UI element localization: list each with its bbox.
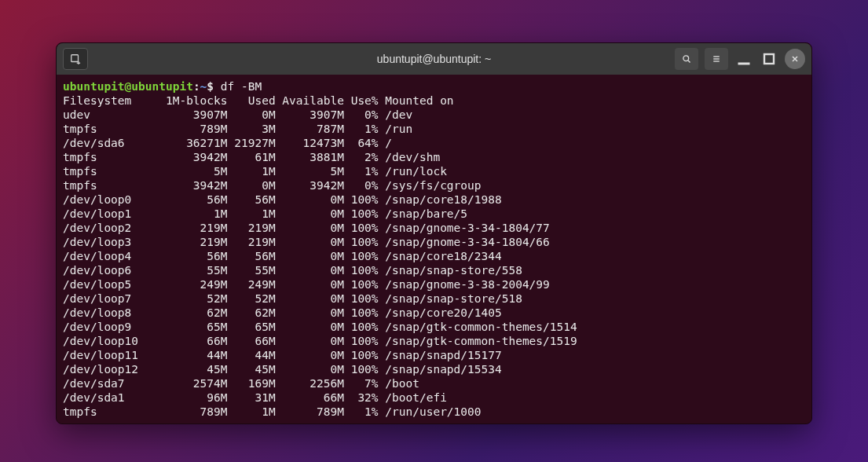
table-row: /dev/loop10 66M 66M 0M 100% /snap/gtk-co… xyxy=(63,334,805,348)
table-row: /dev/sda7 2574M 169M 2256M 7% /boot xyxy=(63,376,805,390)
prompt-symbol: $ xyxy=(207,80,214,93)
table-row: /dev/loop8 62M 62M 0M 100% /snap/core20/… xyxy=(63,306,805,320)
table-row: tmpfs 5M 1M 5M 1% /run/lock xyxy=(63,164,805,178)
table-row: /dev/loop7 52M 52M 0M 100% /snap/snap-st… xyxy=(63,292,805,306)
table-row: /dev/sda6 36271M 21927M 12473M 64% / xyxy=(63,136,805,150)
table-row: tmpfs 789M 1M 789M 1% /run/user/1000 xyxy=(63,405,805,419)
table-row: tmpfs 789M 3M 787M 1% /run xyxy=(63,122,805,136)
table-row: /dev/loop1 1M 1M 0M 100% /snap/bare/5 xyxy=(63,207,805,221)
table-row: /dev/loop6 55M 55M 0M 100% /snap/snap-st… xyxy=(63,263,805,277)
svg-point-3 xyxy=(683,56,689,61)
table-row: /dev/loop5 249M 249M 0M 100% /snap/gnome… xyxy=(63,277,805,292)
titlebar: ubuntupit@ubuntupit: ~ xyxy=(57,43,811,75)
svg-line-4 xyxy=(688,60,690,62)
svg-rect-0 xyxy=(71,55,79,62)
menu-button[interactable] xyxy=(705,48,728,70)
table-row: udev 3907M 0M 3907M 0% /dev xyxy=(63,108,805,122)
table-row: /dev/loop0 56M 56M 0M 100% /snap/core18/… xyxy=(63,192,805,207)
minimize-button[interactable] xyxy=(734,50,753,68)
terminal-output[interactable]: ubuntupit@ubuntupit:~$ df -BMFilesystem … xyxy=(57,75,811,424)
table-row: /dev/loop11 44M 44M 0M 100% /snap/snapd/… xyxy=(63,348,805,362)
window-title: ubuntupit@ubuntupit: ~ xyxy=(377,53,491,65)
table-row: /dev/loop4 56M 56M 0M 100% /snap/core18/… xyxy=(63,249,805,263)
prompt-line: ubuntupit@ubuntupit:~$ df -BM xyxy=(63,79,805,94)
table-row: /dev/loop9 65M 65M 0M 100% /snap/gtk-com… xyxy=(63,320,805,334)
table-row: tmpfs 3942M 0M 3942M 0% /sys/fs/cgroup xyxy=(63,178,805,192)
table-row: /dev/sda1 96M 31M 66M 32% /boot/efi xyxy=(63,390,805,405)
terminal-window: ubuntupit@ubuntupit: ~ ubuntu xyxy=(56,42,812,424)
new-tab-button[interactable] xyxy=(63,48,88,70)
maximize-button[interactable] xyxy=(760,50,778,68)
prompt-separator: : xyxy=(193,80,200,93)
table-row: /dev/loop2 219M 219M 0M 100% /snap/gnome… xyxy=(63,221,805,235)
close-button[interactable] xyxy=(785,49,805,69)
search-button[interactable] xyxy=(675,48,698,70)
table-header-row: Filesystem 1M-blocks Used Available Use%… xyxy=(63,94,805,108)
table-row: /dev/loop3 219M 219M 0M 100% /snap/gnome… xyxy=(63,235,805,249)
table-row: /dev/loop12 45M 45M 0M 100% /snap/snapd/… xyxy=(63,362,805,376)
command-text: df -BM xyxy=(221,80,262,93)
table-row: tmpfs 3942M 61M 3881M 2% /dev/shm xyxy=(63,150,805,164)
svg-rect-9 xyxy=(764,54,774,64)
prompt-user-host: ubuntupit@ubuntupit xyxy=(63,80,193,93)
